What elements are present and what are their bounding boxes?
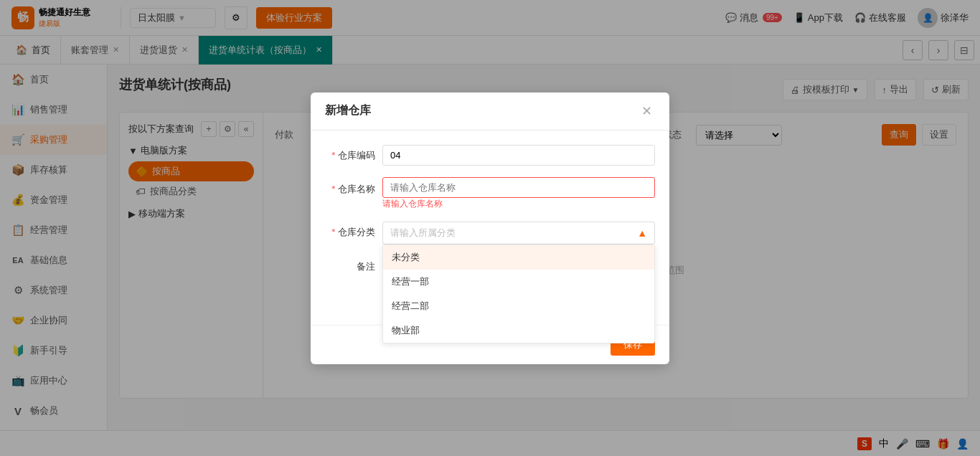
category-dropdown: 请输入所属分类 ▲ 未分类 经营一部 经营二部: [382, 222, 655, 244]
add-warehouse-modal: 新增仓库 ✕ * 仓库编码 * 仓库名称: [311, 92, 669, 364]
dropdown-item-dept3[interactable]: 物业部: [383, 318, 654, 343]
dropdown-item-dept2[interactable]: 经营二部: [383, 294, 654, 318]
modal-close-button[interactable]: ✕: [638, 103, 655, 120]
dropdown-arrow-icon: ▲: [637, 227, 647, 239]
note-label: 备注: [325, 256, 382, 273]
name-error-msg: 请输入仓库名称: [382, 198, 655, 210]
category-dropdown-list: 未分类 经营一部 经营二部 物业部: [382, 244, 655, 343]
name-label: * 仓库名称: [325, 179, 382, 196]
dropdown-item-uncategorized[interactable]: 未分类: [383, 245, 654, 270]
warehouse-code-input[interactable]: [382, 145, 655, 166]
code-label: * 仓库编码: [325, 145, 382, 162]
category-input[interactable]: 请输入所属分类 ▲: [382, 222, 655, 244]
category-row: * 仓库分类 请输入所属分类 ▲ 未分类 经营一部: [325, 222, 655, 244]
code-row: * 仓库编码: [325, 145, 655, 166]
warehouse-name-input[interactable]: [382, 177, 655, 198]
modal-overlay[interactable]: 新增仓库 ✕ * 仓库编码 * 仓库名称: [0, 0, 980, 456]
dropdown-item-dept1[interactable]: 经营一部: [383, 270, 654, 294]
modal-title: 新增仓库: [325, 103, 371, 118]
modal-body: * 仓库编码 * 仓库名称 请输入仓库名称: [311, 130, 669, 325]
modal-header: 新增仓库 ✕: [311, 92, 669, 130]
name-row: * 仓库名称 请输入仓库名称: [325, 177, 655, 210]
category-label: * 仓库分类: [325, 222, 382, 239]
